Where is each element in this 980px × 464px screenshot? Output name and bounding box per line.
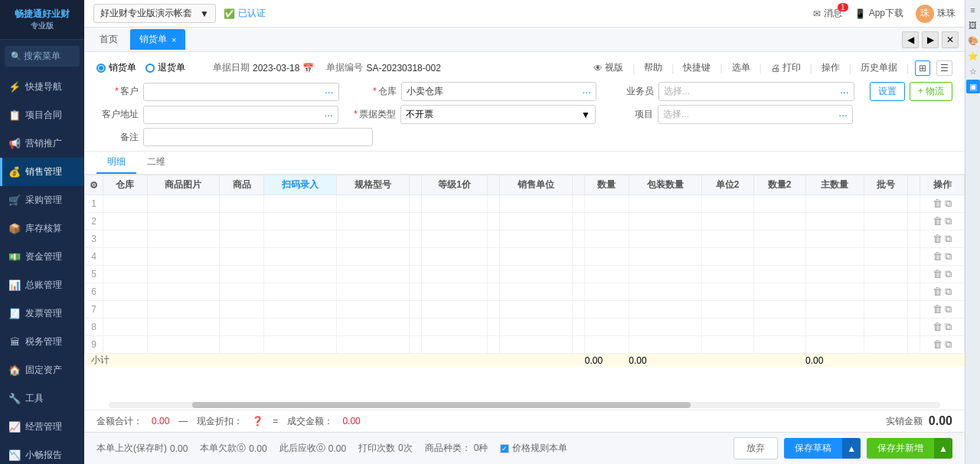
- customer-select-btn[interactable]: ···: [325, 86, 334, 98]
- sidebar-item-marketing[interactable]: 📢 营销推广: [0, 129, 84, 158]
- delete-icon[interactable]: 🗑: [933, 198, 942, 209]
- table-row[interactable]: 9🗑 ⧉: [85, 336, 965, 354]
- right-icon-4[interactable]: ⭐: [966, 49, 980, 63]
- copy-icon[interactable]: ⧉: [945, 198, 952, 209]
- copy-icon[interactable]: ⧉: [945, 250, 952, 262]
- sidebar-item-invoice[interactable]: 🧾 发票管理: [0, 299, 84, 328]
- sidebar-item-tax[interactable]: 🏛 税务管理: [0, 328, 84, 356]
- history-btn[interactable]: 历史单据: [858, 60, 900, 76]
- user-profile[interactable]: 珠 珠珠: [916, 5, 956, 23]
- tab-home[interactable]: 首页: [90, 29, 127, 50]
- add-logistics-button[interactable]: + 物流: [910, 82, 952, 101]
- customer-input[interactable]: ···: [143, 83, 339, 101]
- sidebar-item-funds[interactable]: 💵 资金管理: [0, 243, 84, 271]
- salesperson-input[interactable]: 选择... ···: [658, 82, 854, 101]
- right-icon-2[interactable]: 🖼: [966, 18, 980, 32]
- shortcuts-btn[interactable]: 快捷键: [680, 60, 714, 76]
- table-row[interactable]: 7🗑 ⧉: [85, 301, 965, 319]
- row-actions[interactable]: 🗑 ⧉: [920, 336, 965, 354]
- sidebar-item-quick-nav[interactable]: ⚡ 快捷导航: [0, 73, 84, 101]
- sidebar-item-ledger[interactable]: 📊 总账管理: [0, 271, 84, 299]
- copy-icon[interactable]: ⧉: [945, 268, 952, 279]
- table-row[interactable]: 2🗑 ⧉: [85, 213, 965, 230]
- help-btn[interactable]: 帮助: [641, 60, 665, 76]
- warehouse-select-btn[interactable]: ···: [582, 86, 591, 98]
- delete-icon[interactable]: 🗑: [933, 233, 942, 244]
- col-settings[interactable]: ⚙: [85, 175, 103, 195]
- tab-close-all-button[interactable]: ✕: [942, 31, 959, 48]
- tab-next-button[interactable]: ▶: [922, 31, 939, 48]
- right-icon-1[interactable]: ≡: [966, 3, 980, 17]
- save-draft-dropdown-button[interactable]: ▲: [842, 438, 861, 459]
- search-nav-area[interactable]: 🔍 搜索菜单: [0, 40, 84, 73]
- sidebar-item-reports[interactable]: 📉 小畅报告: [0, 441, 84, 464]
- data-table-container[interactable]: ⚙ 仓库 商品图片 商品 扫码录入 规格型号 等级1价 销售单位 数量 包装数量…: [84, 175, 965, 399]
- horizontal-scrollbar[interactable]: [109, 402, 940, 408]
- view-btn[interactable]: 👁 视版: [590, 60, 626, 76]
- row-actions[interactable]: 🗑 ⧉: [920, 283, 965, 301]
- table-row[interactable]: 6🗑 ⧉: [85, 283, 965, 301]
- help-icon[interactable]: ❓: [252, 416, 263, 426]
- row-actions[interactable]: 🗑 ⧉: [920, 301, 965, 319]
- sidebar-item-purchase[interactable]: 🛒 采购管理: [0, 186, 84, 214]
- message-button[interactable]: ✉ 消息 1: [813, 7, 842, 20]
- row-actions[interactable]: 🗑 ⧉: [920, 266, 965, 283]
- copy-icon[interactable]: ⧉: [945, 338, 952, 350]
- setting-button[interactable]: 设置: [870, 82, 905, 101]
- delete-icon[interactable]: 🗑: [933, 215, 942, 227]
- return-order-radio[interactable]: 退货单: [145, 61, 185, 74]
- copy-icon[interactable]: ⧉: [945, 286, 952, 297]
- row-actions[interactable]: 🗑 ⧉: [920, 195, 965, 213]
- print-btn[interactable]: 🖨 打印: [768, 60, 804, 76]
- layout-list-btn[interactable]: ☰: [936, 60, 952, 76]
- calendar-icon[interactable]: 📅: [302, 63, 314, 74]
- delete-icon[interactable]: 🗑: [933, 338, 942, 350]
- row-actions[interactable]: 🗑 ⧉: [920, 213, 965, 230]
- select-btn[interactable]: 选单: [729, 60, 753, 76]
- table-row[interactable]: 4🗑 ⧉: [85, 248, 965, 266]
- invoice-select[interactable]: 不开票 ▼: [400, 105, 596, 124]
- warehouse-input[interactable]: 小卖仓库 ···: [401, 82, 597, 101]
- operations-btn[interactable]: 操作: [818, 60, 843, 76]
- table-row[interactable]: 5🗑 ⧉: [85, 266, 965, 283]
- row-actions[interactable]: 🗑 ⧉: [920, 319, 965, 336]
- sidebar-item-inventory[interactable]: 📦 库存核算: [0, 214, 84, 243]
- price-check-checkbox[interactable]: [500, 444, 509, 453]
- remark-input[interactable]: [143, 128, 373, 146]
- project-select-btn[interactable]: ···: [838, 109, 848, 121]
- search-menu-button[interactable]: 🔍 搜索菜单: [5, 46, 80, 67]
- doc-type-radio-group[interactable]: 销货单 退货单: [96, 61, 185, 74]
- table-row[interactable]: 8🗑 ⧉: [85, 319, 965, 336]
- salesperson-select-btn[interactable]: ···: [840, 86, 849, 98]
- tab-sales-order[interactable]: 销货单 ×: [130, 29, 185, 50]
- delete-icon[interactable]: 🗑: [933, 286, 942, 297]
- app-download-button[interactable]: 📱 App下载: [854, 7, 903, 20]
- tab-close-button[interactable]: ×: [172, 35, 176, 44]
- save-new-button[interactable]: 保存并新增: [867, 438, 934, 459]
- sale-order-radio[interactable]: 销货单: [96, 61, 136, 74]
- delete-icon[interactable]: 🗑: [933, 268, 942, 279]
- sidebar-item-assets[interactable]: 🏠 固定资产: [0, 356, 84, 384]
- abandon-button[interactable]: 放弃: [733, 437, 778, 459]
- table-row[interactable]: 3🗑 ⧉: [85, 230, 965, 248]
- sidebar-item-tools[interactable]: 🔧 工具: [0, 384, 84, 413]
- tab-prev-button[interactable]: ◀: [902, 31, 919, 48]
- delete-icon[interactable]: 🗑: [933, 303, 942, 315]
- project-input[interactable]: 选择... ···: [658, 105, 853, 124]
- layout-grid-btn[interactable]: ⊞: [915, 60, 930, 76]
- copy-icon[interactable]: ⧉: [945, 215, 952, 227]
- save-draft-button[interactable]: 保存草稿: [784, 438, 842, 459]
- right-icon-3[interactable]: 🎨: [966, 34, 980, 47]
- delete-icon[interactable]: 🗑: [933, 250, 942, 262]
- copy-icon[interactable]: ⧉: [945, 303, 952, 315]
- sidebar-item-sales[interactable]: 💰 销售管理: [0, 158, 84, 186]
- delete-icon[interactable]: 🗑: [933, 321, 942, 332]
- copy-icon[interactable]: ⧉: [945, 233, 952, 244]
- address-select-btn[interactable]: ···: [324, 109, 333, 121]
- address-input[interactable]: ···: [143, 106, 338, 124]
- tab-detail[interactable]: 明细: [96, 152, 136, 174]
- sidebar-item-projects[interactable]: 📋 项目合同: [0, 101, 84, 129]
- copy-icon[interactable]: ⧉: [945, 321, 952, 332]
- row-actions[interactable]: 🗑 ⧉: [920, 248, 965, 266]
- tab-2d[interactable]: 二维: [136, 152, 176, 174]
